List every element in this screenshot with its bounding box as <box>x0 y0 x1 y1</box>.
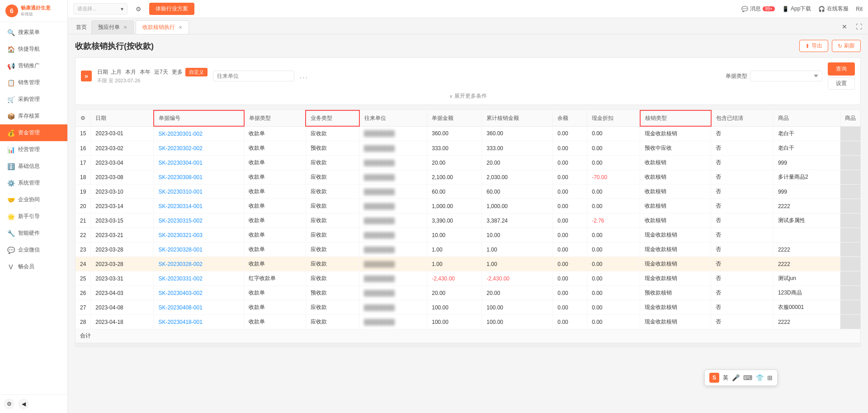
order-no-link[interactable]: SK-20230315-002 <box>158 218 202 224</box>
table-row[interactable]: 19 2023-03-10 SK-20230310-001 收款单 应收款 ██… <box>75 185 860 199</box>
cell-partner: ████████ <box>359 170 427 185</box>
table-row[interactable]: 23 2023-03-28 SK-20230328-001 收款单 应收款 ██… <box>75 242 860 257</box>
close-tab-icon[interactable]: ✕ <box>839 21 850 32</box>
sidebar-item-marketing[interactable]: 📢 营销推广 <box>0 57 67 74</box>
date-7days[interactable]: 近7天 <box>154 68 168 76</box>
col-header-settings[interactable]: ⚙ <box>75 110 91 126</box>
cell-goods: 999 <box>773 185 840 199</box>
cell-discount: 0.00 <box>587 286 640 300</box>
order-no-link[interactable]: SK-20230418-001 <box>158 319 202 325</box>
date-custom-button[interactable]: 自定义 <box>185 68 208 76</box>
expand-filter-button[interactable]: ∨ 展开更多条件 <box>81 92 855 100</box>
cell-date: 2023-03-08 <box>91 170 154 185</box>
order-no-link[interactable]: SK-20230408-001 <box>158 304 202 311</box>
table-row[interactable]: 18 2023-03-08 SK-20230308-001 收款单 应收款 ██… <box>75 170 860 185</box>
order-no-link[interactable]: SK-20230403-002 <box>158 290 202 296</box>
sidebar-item-quick-nav[interactable]: 🏠 快捷导航 <box>0 41 67 57</box>
cell-doc-type: 收款单 <box>244 315 306 329</box>
sidebar-item-guide[interactable]: 🌟 新手引导 <box>0 208 67 225</box>
sidebar-item-operation[interactable]: 📊 经营管理 <box>0 141 67 158</box>
order-no-link[interactable]: SK-20230302-002 <box>158 145 202 152</box>
sidebar-item-sales[interactable]: 📋 销售管理 <box>0 74 67 91</box>
company-dropdown[interactable]: 请选择... ▾ <box>73 3 127 14</box>
ime-grid-icon[interactable]: ⊞ <box>767 374 773 381</box>
settings-icon[interactable]: ⚙ <box>4 399 14 409</box>
cell-partner: ████████ <box>359 141 427 156</box>
fullscreen-icon[interactable]: ⛶ <box>854 21 864 32</box>
solution-button[interactable]: 体验行业方案 <box>149 3 194 15</box>
order-no-link[interactable]: SK-20230304-001 <box>158 160 202 166</box>
cell-doc-type: 收款单 <box>244 242 306 257</box>
table-row[interactable]: 16 2023-03-02 SK-20230302-002 收款单 预收款 ██… <box>75 141 860 156</box>
table-row[interactable]: 28 2023-04-18 SK-20230418-001 收款单 应收款 ██… <box>75 315 860 329</box>
sidebar-item-hardware[interactable]: 🔧 智能硬件 <box>0 225 67 242</box>
ime-shirt-icon[interactable]: 👕 <box>756 374 764 381</box>
sidebar-item-member[interactable]: V 畅会员 <box>0 258 67 275</box>
sidebar: 6 畅康通好生意 标推版 🔍 搜索菜单 🏠 快捷导航 📢 营销推广 📋 销售管理… <box>0 0 68 413</box>
date-range-display: 不限 至 2023-07-26 <box>97 77 208 84</box>
sidebar-item-corp[interactable]: 🤝 企业协同 <box>0 191 67 208</box>
filter-settings-button[interactable]: 设置 <box>828 77 855 90</box>
order-no-link[interactable]: SK-20230328-001 <box>158 247 202 253</box>
cell-order-no: SK-20230302-002 <box>154 141 244 156</box>
ime-keyboard-icon[interactable]: ⌨ <box>743 374 752 381</box>
table-row[interactable]: 17 2023-03-04 SK-20230304-001 收款单 应收款 ██… <box>75 156 860 170</box>
filter-toggle-button[interactable]: » <box>81 71 92 81</box>
cell-partner: ████████ <box>359 156 427 170</box>
tab-verify-close-icon[interactable]: ✕ <box>179 25 182 30</box>
order-no-link[interactable]: SK-20230331-002 <box>158 275 202 282</box>
date-this-year[interactable]: 本年 <box>140 68 151 76</box>
user-item[interactable]: Rit <box>856 6 863 12</box>
query-button[interactable]: 查询 <box>828 62 855 76</box>
partner-input[interactable] <box>213 71 294 81</box>
table-row[interactable]: 15 2023-03-01 SK-20230301-002 收款单 应收款 ██… <box>75 126 860 141</box>
col-header-discount: 现金折扣 <box>587 110 640 126</box>
cell-date: 2023-03-01 <box>91 126 154 141</box>
horizontal-scrollbar[interactable] <box>75 343 860 347</box>
gear-icon[interactable]: ⚙ <box>132 3 145 15</box>
sidebar-item-search[interactable]: 🔍 搜索菜单 <box>0 24 67 41</box>
tab-payable-close-icon[interactable]: ✕ <box>123 25 127 30</box>
order-no-link[interactable]: SK-20230321-003 <box>158 232 202 238</box>
app-download-item[interactable]: 📱 App下载 <box>782 5 811 13</box>
sidebar-item-system[interactable]: ⚙️ 系统管理 <box>0 175 67 191</box>
sidebar-icon-basic: ℹ️ <box>7 163 14 170</box>
page-header-actions: ⬆ 导出 ↻ 刷新 <box>799 40 861 52</box>
service-item[interactable]: 🎧 在线客服 <box>818 5 849 13</box>
tab-home[interactable]: 首页 <box>71 21 91 34</box>
partner-value: ████████ <box>364 189 395 195</box>
order-no-link[interactable]: SK-20230301-002 <box>158 131 202 137</box>
tab-verify[interactable]: 收款核销执行 ✕ <box>136 20 189 34</box>
sidebar-item-basic[interactable]: ℹ️ 基础信息 <box>0 158 67 175</box>
order-no-link[interactable]: SK-20230328-002 <box>158 261 202 267</box>
table-row[interactable]: 26 2023-04-03 SK-20230403-002 收款单 预收款 ██… <box>75 286 860 300</box>
order-no-link[interactable]: SK-20230310-001 <box>158 189 202 195</box>
sidebar-item-finance[interactable]: 💰 资金管理 <box>0 124 67 141</box>
col-header-verify-amount: 累计核销金额 <box>482 110 553 126</box>
table-row[interactable]: 22 2023-03-21 SK-20230321-003 收款单 应收款 ██… <box>75 228 860 242</box>
cell-verify-amount: 20.00 <box>482 156 553 170</box>
collapse-icon[interactable]: ◀ <box>18 399 29 409</box>
doc-type-select[interactable] <box>750 71 822 81</box>
date-this-month[interactable]: 本月 <box>125 68 136 76</box>
messages-item[interactable]: 💬 消息 99+ <box>741 5 775 13</box>
table-row[interactable]: 27 2023-04-08 SK-20230408-001 收款单 应收款 ██… <box>75 300 860 315</box>
ime-mic-icon[interactable]: 🎤 <box>732 374 740 381</box>
table-row[interactable]: 20 2023-03-14 SK-20230314-001 收款单 应收款 ██… <box>75 199 860 214</box>
date-more[interactable]: 更多 <box>172 68 183 76</box>
partner-extra-icon[interactable]: ... <box>300 72 308 80</box>
tab-payable[interactable]: 预应付单 ✕ <box>91 20 134 34</box>
table-row[interactable]: 21 2023-03-15 SK-20230315-002 收款单 应收款 ██… <box>75 214 860 228</box>
sidebar-item-purchase[interactable]: 🛒 采购管理 <box>0 91 67 108</box>
table-row[interactable]: 24 2023-03-28 SK-20230328-002 收款单 应收款 ██… <box>75 257 860 271</box>
order-no-link[interactable]: SK-20230308-001 <box>158 174 202 180</box>
order-no-link[interactable]: SK-20230314-001 <box>158 203 202 209</box>
sidebar-item-wechat[interactable]: 💬 企业微信 <box>0 242 67 258</box>
partner-value: ████████ <box>364 232 395 238</box>
date-last-month[interactable]: 上月 <box>111 68 122 76</box>
export-button[interactable]: ⬆ 导出 <box>799 40 828 52</box>
table-row[interactable]: 25 2023-03-31 SK-20230331-002 红字收款单 应收款 … <box>75 271 860 286</box>
refresh-button[interactable]: ↻ 刷新 <box>832 40 861 52</box>
sidebar-item-inventory[interactable]: 📦 库存核算 <box>0 108 67 124</box>
cell-doc-type: 收款单 <box>244 156 306 170</box>
